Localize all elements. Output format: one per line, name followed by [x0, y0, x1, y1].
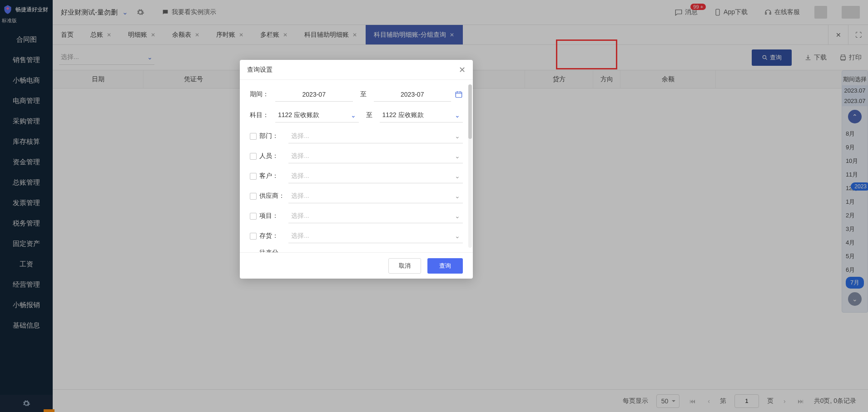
dialog-title: 查询设置	[247, 66, 273, 74]
filter-checkbox[interactable]	[250, 153, 257, 160]
chevron-down-icon: ⌄	[455, 232, 460, 240]
chevron-down-icon: ⌄	[455, 132, 460, 140]
chevron-down-icon: ⌄	[455, 172, 460, 180]
filter-select[interactable]: 选择...⌄	[288, 229, 463, 243]
filter-select[interactable]: 选择...⌄	[288, 129, 463, 143]
filter-select[interactable]: 选择...⌄	[288, 189, 463, 203]
ok-button[interactable]: 查询	[427, 258, 463, 274]
filter-checkbox[interactable]	[250, 233, 257, 240]
filter-select[interactable]: 选择...⌄	[288, 250, 463, 252]
filter-select[interactable]: 选择...⌄	[288, 209, 463, 223]
dialog-close-button[interactable]: ✕	[459, 65, 466, 75]
period-label: 期间：	[250, 90, 272, 98]
filter-label: 存货：	[259, 232, 288, 240]
filter-label: 供应商：	[259, 192, 288, 200]
filter-checkbox[interactable]	[250, 193, 257, 200]
query-settings-dialog: 查询设置 ✕ 期间： 2023-07 至 2023-07 科目： 1122 应收…	[240, 60, 473, 279]
filter-select[interactable]: 选择...⌄	[288, 169, 463, 183]
period-to-label: 至	[357, 90, 370, 98]
chevron-down-icon: ⌄	[452, 112, 463, 119]
chevron-down-icon: ⌄	[455, 152, 460, 160]
filter-label: 往来分类：	[259, 249, 288, 252]
filter-select[interactable]: 选择...⌄	[288, 149, 463, 163]
period-to-input[interactable]: 2023-07	[374, 87, 451, 102]
cancel-button[interactable]: 取消	[388, 258, 421, 274]
filter-label: 部门：	[259, 132, 288, 140]
period-from-input[interactable]: 2023-07	[275, 87, 353, 102]
calendar-icon[interactable]	[455, 90, 463, 98]
filter-checkbox[interactable]	[250, 133, 257, 140]
subject-label: 科目：	[250, 111, 272, 119]
filter-checkbox[interactable]	[250, 213, 257, 220]
chevron-down-icon: ⌄	[455, 192, 460, 200]
subject-to-select[interactable]: 1122 应收账款 ⌄	[380, 108, 463, 123]
svg-rect-2	[456, 92, 462, 98]
filter-label: 项目：	[259, 212, 288, 220]
filter-checkbox[interactable]	[250, 173, 257, 180]
dialog-scroll-thumb[interactable]	[468, 84, 472, 139]
filter-label: 人员：	[259, 152, 288, 160]
chevron-down-icon: ⌄	[348, 112, 359, 119]
filter-label: 客户：	[259, 172, 288, 180]
chevron-down-icon: ⌄	[455, 212, 460, 220]
subject-from-select[interactable]: 1122 应收账款 ⌄	[275, 108, 359, 123]
